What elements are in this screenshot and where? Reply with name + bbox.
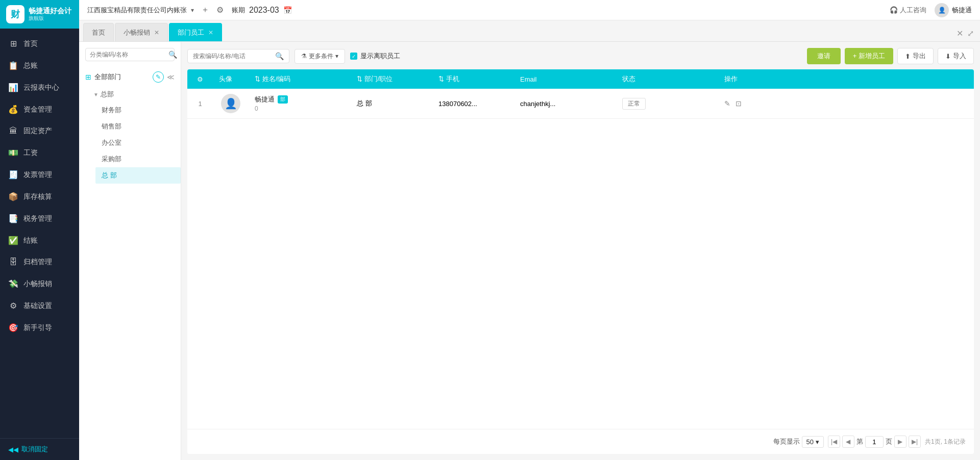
show-resigned-toggle[interactable]: ✓ 显示离职员工: [350, 52, 400, 61]
dept-search-icon[interactable]: 🔍: [168, 50, 177, 59]
settings-icon: ⚙: [8, 301, 18, 311]
tab-close-icon[interactable]: ✕: [208, 29, 213, 36]
sidebar-item-assets[interactable]: 🏛 固定资产: [0, 120, 79, 142]
user-avatar: 👤: [935, 3, 949, 17]
tab-label: 首页: [92, 28, 105, 37]
employee-avatar: 👤: [221, 94, 240, 113]
prev-page-button[interactable]: ◀: [842, 436, 854, 448]
th-name-label: 姓名/编码: [262, 75, 291, 83]
company-dropdown[interactable]: ▾: [191, 7, 194, 14]
first-page-button[interactable]: |◀: [828, 436, 840, 448]
export-button[interactable]: ⬆ 导出: [897, 48, 934, 64]
table-header-row: ⚙ 头像 ⇅ 姓名/编码 ⇅ 部门/职位: [187, 69, 974, 89]
app-edition: 旗舰版: [29, 15, 71, 22]
tab-expense[interactable]: 小畅报销 ✕: [115, 23, 168, 41]
toolbar-actions: 邀请 + 新增员工 ⬆ 导出 ⬇ 导入: [807, 48, 974, 64]
period-value: 2023-03: [249, 6, 279, 15]
edit-employee-button[interactable]: ✎: [724, 99, 730, 108]
sidebar-item-close[interactable]: ✅ 结账: [0, 229, 79, 251]
delete-employee-button[interactable]: ⊡: [736, 99, 742, 108]
support-button[interactable]: 🎧 人工咨询: [890, 6, 926, 15]
settings-icon[interactable]: ⚙: [197, 75, 203, 83]
add-company-button[interactable]: ＋: [198, 4, 212, 16]
employee-search-input[interactable]: [193, 53, 272, 60]
sidebar-item-finance[interactable]: 💰 资金管理: [0, 98, 79, 120]
user-menu[interactable]: 👤 畅捷通: [935, 3, 972, 17]
last-page-button[interactable]: ▶|: [909, 436, 921, 448]
sidebar-item-archive[interactable]: 🗄 归档管理: [0, 251, 79, 273]
invoice-icon: 🧾: [8, 170, 18, 180]
row-name-cell: 畅捷通 部 0: [249, 89, 351, 119]
dept-item-purchase[interactable]: 采购部: [95, 151, 181, 167]
tab-employees[interactable]: 部门员工 ✕: [169, 23, 222, 41]
invite-button[interactable]: 邀请: [807, 48, 841, 64]
employee-table: ⚙ 头像 ⇅ 姓名/编码 ⇅ 部门/职位: [187, 69, 974, 119]
reports-icon: 📊: [8, 83, 18, 92]
sidebar-item-settings[interactable]: ⚙ 基础设置: [0, 295, 79, 317]
user-name: 畅捷通: [952, 6, 972, 15]
dept-edit-button[interactable]: ✎: [153, 71, 164, 83]
tax-icon: 📑: [8, 214, 18, 223]
dept-children: 财务部 销售部 办公室 采购部 总 部: [87, 102, 181, 184]
th-settings[interactable]: ⚙: [187, 69, 213, 89]
row-ops-buttons: ✎ ⊡: [724, 99, 968, 108]
topbar-right: 🎧 人工咨询 👤 畅捷通: [890, 3, 972, 17]
collapse-icon[interactable]: ≪: [167, 73, 175, 81]
sidebar-item-label: 固定资产: [23, 126, 52, 136]
dept-item-finance[interactable]: 财务部: [95, 102, 181, 118]
th-dept[interactable]: ⇅ 部门/职位: [351, 69, 432, 89]
sidebar-item-inventory[interactable]: 📦 库存核算: [0, 186, 79, 208]
next-page-button[interactable]: ▶: [894, 436, 906, 448]
dept-root-group: ▼ 总部: [87, 87, 181, 102]
sidebar-item-label: 发票管理: [23, 170, 52, 180]
chevron-down-icon: ▾: [816, 438, 819, 446]
th-email-label: Email: [520, 75, 537, 83]
th-name[interactable]: ⇅ 姓名/编码: [249, 69, 351, 89]
archive-icon: 🗄: [8, 258, 18, 267]
sidebar-item-reports[interactable]: 📊 云报表中心: [0, 76, 79, 98]
tab-home[interactable]: 首页: [83, 23, 114, 41]
chevron-down-icon: ▾: [335, 53, 338, 60]
sidebar-item-home[interactable]: ⊞ 首页: [0, 33, 79, 55]
topbar-settings-icon[interactable]: ⚙: [216, 5, 224, 15]
expand-tab-icon[interactable]: ⤢: [967, 29, 974, 38]
close-tab-icon[interactable]: ✕: [957, 29, 963, 38]
all-dept-header[interactable]: ⊞ 全部部门 ✎ ≪: [79, 67, 181, 87]
calendar-icon[interactable]: 📅: [283, 6, 292, 14]
sidebar-item-expense[interactable]: 💸 小畅报销: [0, 273, 79, 295]
employee-search-icon[interactable]: 🔍: [275, 52, 284, 60]
add-employee-button[interactable]: + 新增员工: [845, 48, 893, 64]
sidebar-item-label: 首页: [23, 39, 38, 48]
dept-item-office[interactable]: 办公室: [95, 135, 181, 151]
table-empty-area: [187, 119, 974, 429]
dept-search-box[interactable]: 🔍: [85, 48, 175, 61]
row-status-cell: 正常: [616, 89, 718, 119]
th-phone[interactable]: ⇅ 手机: [432, 69, 514, 89]
employee-email: chanjethkj...: [520, 100, 555, 108]
employee-search-box[interactable]: 🔍: [187, 49, 289, 63]
more-filter-button[interactable]: ⚗ 更多条件 ▾: [295, 49, 345, 64]
show-resigned-checkbox[interactable]: ✓: [350, 53, 357, 60]
sidebar-item-tax[interactable]: 📑 税务管理: [0, 208, 79, 229]
th-phone-label: 手机: [446, 75, 459, 83]
sidebar-item-label: 税务管理: [23, 214, 52, 223]
ledger-icon: 📋: [8, 61, 18, 70]
sidebar-item-invoice[interactable]: 🧾 发票管理: [0, 164, 79, 186]
dept-item-sales[interactable]: 销售部: [95, 118, 181, 135]
sort-dept-icon: ⇅: [357, 75, 362, 83]
page-total-label: 共1页, 1条记录: [925, 438, 966, 446]
sidebar-item-guide[interactable]: 🎯 新手引导: [0, 317, 79, 339]
unpin-button[interactable]: ◀◀ 取消固定: [0, 438, 79, 460]
tab-close-icon[interactable]: ✕: [154, 29, 159, 36]
employee-badge: 部: [278, 95, 288, 104]
sidebar-item-label: 资金管理: [23, 105, 52, 114]
page-number-input[interactable]: [865, 436, 884, 448]
sidebar-item-salary[interactable]: 💵 工资: [0, 142, 79, 164]
app-logo: 财 畅捷通好会计 旗舰版: [0, 0, 79, 29]
sidebar-item-ledger[interactable]: 📋 总账: [0, 55, 79, 76]
import-button[interactable]: ⬇ 导入: [938, 48, 974, 64]
dept-search-input[interactable]: [90, 51, 166, 58]
dept-item-headquarters[interactable]: 总 部: [95, 167, 181, 184]
row-index: 1: [187, 89, 213, 119]
page-size-select-box[interactable]: 50 ▾: [802, 436, 824, 448]
